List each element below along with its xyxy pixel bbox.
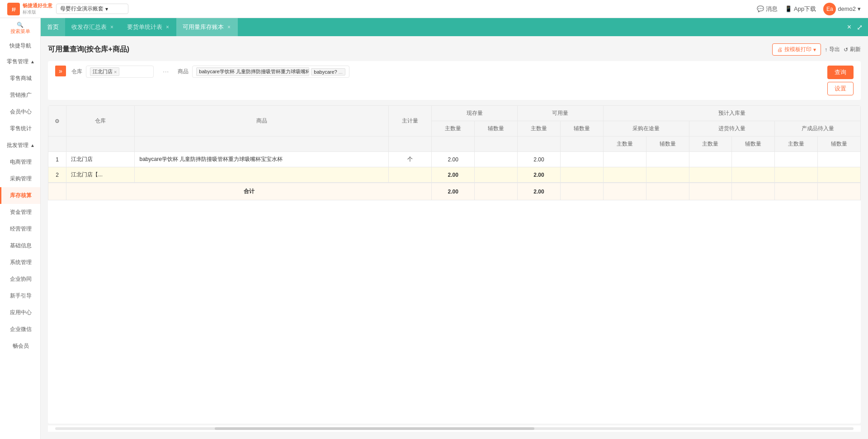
sub-main-qty-2: 主数量	[689, 137, 732, 152]
sidebar-item-member2[interactable]: 畅会员	[0, 338, 40, 354]
sidebar-item-operations[interactable]: 经营管理	[0, 221, 40, 237]
tab-window-actions: × ⤢	[842, 18, 868, 36]
row2-product	[135, 167, 389, 183]
export-button[interactable]: ↑ 导出	[825, 46, 840, 53]
sidebar-item-inventory[interactable]: 库存核算	[0, 187, 40, 204]
warehouse-label: 仓库	[71, 68, 82, 76]
sidebar-item-system[interactable]: 系统管理	[0, 254, 40, 271]
sidebar-item-enterprise-wechat[interactable]: 企业微信	[0, 321, 40, 338]
close-window-button[interactable]: ×	[845, 21, 853, 33]
tab-order-stats[interactable]: 要货单统计表 ×	[121, 18, 176, 36]
user-avatar[interactable]: Ea demo2 ▾	[823, 3, 861, 15]
sidebar-item-marketing[interactable]: 营销推广	[0, 87, 40, 104]
current-aux-qty-header: 辅数量	[475, 121, 518, 137]
sidebar-item-enterprise-collab[interactable]: 企业协同	[0, 271, 40, 288]
tab-available-ledger[interactable]: 可用量库存账本 ×	[176, 18, 238, 36]
sidebar-item-retail-stats[interactable]: 零售统计	[0, 120, 40, 137]
row2-unit	[389, 167, 432, 183]
tab-home[interactable]: 首页	[41, 18, 65, 36]
current-main-qty-header: 主数量	[432, 121, 475, 137]
sub-main-qty-3: 主数量	[775, 137, 818, 152]
empty-header-5	[432, 137, 475, 152]
app-download-button[interactable]: 📱 App下载	[785, 5, 816, 13]
sidebar: 🔍 搜索菜单 快捷导航 零售管理 ▲ 零售商城 营销推广 会员中心 零售统计 批…	[0, 18, 41, 439]
sidebar-item-wholesale[interactable]: 批发管理 ▲	[0, 137, 40, 154]
sidebar-item-ecommerce[interactable]: 电商管理	[0, 154, 40, 170]
available-col-header: 可用量	[518, 106, 604, 121]
maximize-window-button[interactable]: ⤢	[855, 21, 864, 33]
logo-icon: 好	[7, 3, 20, 15]
chevron-down-icon-print: ▾	[813, 47, 816, 53]
sidebar-item-app-center[interactable]: 应用中心	[0, 304, 40, 321]
settings-col-header[interactable]: ⚙	[48, 106, 66, 137]
sidebar-item-finance[interactable]: 资金管理	[0, 204, 40, 221]
products-pending-header: 产成品待入量	[775, 121, 861, 137]
pending-receipt-header: 进货待入量	[689, 121, 775, 137]
enterprise-selector[interactable]: 母婴行业演示账套 ▾	[56, 4, 128, 14]
template-print-button[interactable]: 🖨 按模板打印 ▾	[772, 43, 821, 56]
empty-header-6	[475, 137, 518, 152]
row2-p2-main	[689, 167, 732, 183]
row1-available-main: 2.00	[518, 152, 561, 167]
print-icon: 🖨	[777, 47, 783, 53]
product-tag2-close-icon[interactable]: ...	[339, 69, 343, 75]
main-layout: 🔍 搜索菜单 快捷导航 零售管理 ▲ 零售商城 营销推广 会员中心 零售统计 批…	[0, 18, 868, 439]
warehouse-tag: 江北门店 ×	[90, 67, 119, 76]
table-row: 1 江北门店 babycare学饮杯 儿童防摔防撞吸管杯重力球吸嘴杯宝宝水杯 个…	[48, 152, 861, 167]
refresh-button[interactable]: ↺ 刷新	[844, 46, 861, 53]
sidebar-item-member[interactable]: 会员中心	[0, 104, 40, 120]
sub-aux-qty-1: 辅数量	[646, 137, 689, 152]
settings-button[interactable]: 设置	[827, 82, 854, 95]
filter-expand-button[interactable]: »	[55, 66, 66, 76]
page-actions: 🖨 按模板打印 ▾ ↑ 导出 ↺ 刷新	[772, 43, 861, 56]
warehouse-input[interactable]: 江北门店 ×	[86, 66, 154, 78]
row2-available-main: 2.00	[518, 167, 561, 183]
tab-close-available-ledger[interactable]: ×	[226, 23, 231, 31]
empty-header-2	[66, 137, 135, 152]
footer-available-aux	[560, 183, 603, 200]
footer-label: 合计	[66, 183, 432, 200]
sidebar-quick-nav[interactable]: 快捷导航	[0, 38, 40, 53]
table-container: ⚙ 仓库 商品 主计量 现存量 可用量 预计入库量 主数量 辅数量	[48, 105, 861, 424]
message-button[interactable]: 💬 消息	[757, 5, 778, 13]
sub-aux-qty-3: 辅数量	[818, 137, 861, 152]
tag-close-icon[interactable]: ×	[114, 69, 117, 75]
purchase-transit-header: 采购在途量	[603, 121, 689, 137]
table-row: 2 江北门店【... 2.00 2.00	[48, 167, 861, 183]
sidebar-item-purchase[interactable]: 采购管理	[0, 170, 40, 187]
scroll-thumb[interactable]	[215, 427, 534, 430]
unit-col-header: 主计量	[389, 106, 432, 137]
footer-p2-aux	[732, 183, 775, 200]
warehouse-col-header: 仓库	[66, 106, 135, 137]
footer-current-main: 2.00	[432, 183, 475, 200]
row2-current-main: 2.00	[432, 167, 475, 183]
tab-bar: 首页 收发存汇总表 × 要货单统计表 × 可用量库存账本 × × ⤢	[41, 18, 868, 36]
sidebar-item-retail-shop[interactable]: 零售商城	[0, 70, 40, 87]
retail-mgmt-label: 零售管理	[7, 58, 28, 66]
filter-more-icon[interactable]: ···	[163, 68, 169, 76]
sidebar-item-newbie[interactable]: 新手引导	[0, 288, 40, 304]
query-button[interactable]: 查询	[827, 66, 854, 79]
tab-close-order-stats[interactable]: ×	[165, 23, 170, 31]
search-icon: 🔍	[17, 22, 24, 28]
empty-header-7	[518, 137, 561, 152]
row1-p2-aux	[732, 152, 775, 167]
tab-spacer	[238, 18, 842, 36]
sidebar-search[interactable]: 🔍 搜索菜单	[0, 18, 40, 38]
top-bar-right: 💬 消息 📱 App下载 Ea demo2 ▾	[757, 3, 861, 15]
scroll-track[interactable]	[55, 427, 854, 430]
sidebar-item-basics[interactable]: 基础信息	[0, 237, 40, 254]
sidebar-item-retail-mgmt[interactable]: 零售管理 ▲	[0, 53, 40, 70]
product-input[interactable]: babycare学饮杯 儿童防摔防撞吸管杯重力球吸嘴杯宝宝水杯 × babyca…	[192, 66, 349, 78]
footer-empty1	[48, 183, 66, 200]
inventory-table: ⚙ 仓库 商品 主计量 现存量 可用量 预计入库量 主数量 辅数量	[48, 105, 861, 200]
row1-available-aux	[560, 152, 603, 167]
tab-receive-summary[interactable]: 收发存汇总表 ×	[65, 18, 121, 36]
footer-available-main: 2.00	[518, 183, 561, 200]
footer-p1-main	[603, 183, 646, 200]
export-icon: ↑	[825, 47, 827, 53]
page-content: 可用量查询(按仓库+商品) 🖨 按模板打印 ▾ ↑ 导出 ↺ 刷新	[41, 36, 868, 439]
row2-index: 2	[48, 167, 66, 183]
top-bar: 好 畅捷通好生意 标准版 母婴行业演示账套 ▾ 💬 消息 📱 App下载 Ea …	[0, 0, 868, 18]
tab-close-receive-summary[interactable]: ×	[109, 23, 114, 31]
